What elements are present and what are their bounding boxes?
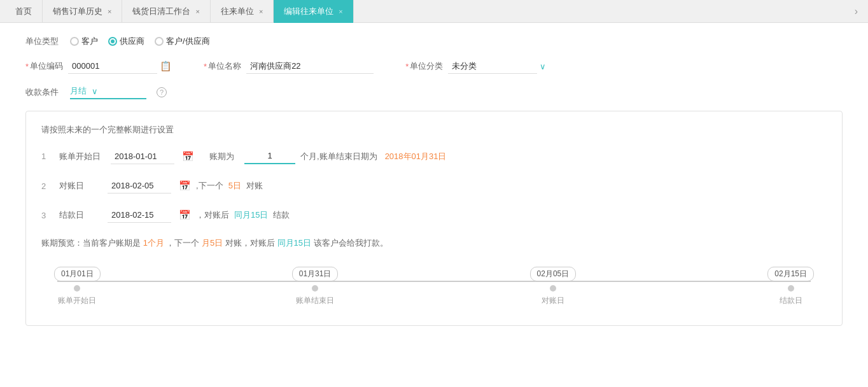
tab-cash-work-label: 钱货日清工作台 <box>132 6 190 17</box>
tab-partner-unit-label: 往来单位 <box>221 6 254 17</box>
tab-home[interactable]: 首页 <box>5 0 43 23</box>
timeline-date-4: 02月15日 <box>767 267 814 281</box>
row-3-calendar-icon[interactable]: 📅 <box>179 209 191 221</box>
unit-name-group: * 单位名称 <box>204 59 374 74</box>
row-1-label: 账单开始日 <box>59 151 101 162</box>
row-2-desc-prefix: ,下一个 <box>196 180 223 192</box>
close-sales-history-icon[interactable]: × <box>108 8 111 15</box>
payment-dropdown-icon[interactable]: ∨ <box>92 87 98 96</box>
payment-select[interactable]: 月结 ∨ <box>70 85 146 99</box>
row-1-period-label: 账期为 <box>209 151 234 162</box>
radio-supplier-label: 供应商 <box>120 36 144 47</box>
timeline-node-1: 01月01日 账单开始日 <box>54 267 101 306</box>
unit-code-input[interactable] <box>68 59 157 74</box>
row-3-num: 3 <box>41 211 54 220</box>
unit-name-input[interactable] <box>246 59 374 74</box>
row-3-label: 结款日 <box>59 209 97 221</box>
preview-row: 账期预览：当前客户账期是 1个月 ，下一个 月5日 对账，对账后 同月15日 该… <box>41 237 827 250</box>
timeline-node-3: 02月05日 对账日 <box>530 267 577 306</box>
radio-customer-circle <box>70 37 79 46</box>
unit-category-star: * <box>405 62 409 71</box>
close-edit-partner-icon[interactable]: × <box>339 8 342 15</box>
tab-partner-unit[interactable]: 往来单位 × <box>211 0 274 23</box>
row-2-desc-orange: 5日 <box>228 180 241 192</box>
preview-suffix: 该客户会给我打款。 <box>314 238 388 248</box>
tab-edit-partner[interactable]: 编辑往来单位 × <box>274 0 353 23</box>
timeline-date-3: 02月05日 <box>530 267 577 281</box>
settings-row-2: 2 对账日 📅 ,下一个 5日 对账 <box>41 178 827 194</box>
timeline-dot-2 <box>312 285 318 292</box>
unit-type-label: 单位类型 <box>25 36 59 47</box>
radio-customer-supplier-circle <box>155 37 164 46</box>
radio-customer[interactable]: 客户 <box>70 36 98 47</box>
timeline-node-2: 01月31日 账单结束日 <box>292 267 339 306</box>
tab-cash-work[interactable]: 钱货日清工作台 × <box>122 0 210 23</box>
row-3-desc-prefix: ，对账后 <box>196 209 229 221</box>
tab-sales-history[interactable]: 销售订单历史 × <box>43 0 122 23</box>
payment-row: 收款条件 月结 ∨ ? <box>25 85 843 99</box>
unit-category-dropdown-icon[interactable]: ∨ <box>540 62 546 71</box>
unit-name-label: 单位名称 <box>208 60 241 72</box>
preview-orange1: 1个月 <box>143 238 164 248</box>
close-partner-unit-icon[interactable]: × <box>259 8 263 15</box>
radio-customer-supplier[interactable]: 客户/供应商 <box>155 36 210 47</box>
unit-code-star: * <box>25 62 29 71</box>
payment-value: 月结 <box>70 85 87 97</box>
unit-category-label: 单位分类 <box>410 60 443 72</box>
unit-code-copy-icon[interactable]: 📋 <box>160 60 172 72</box>
payment-help-icon[interactable]: ? <box>157 87 167 97</box>
row-3-date-input[interactable] <box>108 208 171 223</box>
radio-group: 客户 供应商 客户/供应商 <box>70 36 210 47</box>
settings-row-1: 1 账单开始日 📅 账期为 个月,账单结束日期为 2018年01月31日 <box>41 148 827 164</box>
radio-customer-label: 客户 <box>81 36 98 47</box>
settings-title: 请按照未来的一个完整帐期进行设置 <box>41 124 827 136</box>
timeline-dot-4 <box>788 285 794 292</box>
row-1-period-unit: 个月,账单结束日期为 <box>300 151 377 162</box>
tab-edit-partner-label: 编辑往来单位 <box>284 6 333 17</box>
preview-middle1: ，下一个 <box>166 238 199 248</box>
row-1-period-end: 2018年01月31日 <box>385 151 447 162</box>
row-2-desc-suffix: 对账 <box>246 180 263 192</box>
radio-supplier-circle <box>108 37 117 46</box>
timeline-node-4: 02月15日 结款日 <box>767 267 814 306</box>
settings-box: 请按照未来的一个完整帐期进行设置 1 账单开始日 📅 账期为 个月,账单结束日期… <box>25 111 843 326</box>
timeline-dot-3 <box>550 285 556 292</box>
preview-middle2: 对账，对账后 <box>225 238 275 248</box>
timeline-date-2: 01月31日 <box>292 267 339 281</box>
tab-sales-history-label: 销售订单历史 <box>53 6 102 17</box>
preview-prefix: 账期预览：当前客户账期是 <box>41 238 141 248</box>
timeline-label-4: 结款日 <box>780 295 802 306</box>
timeline-dot-1 <box>74 285 80 292</box>
tab-bar: 首页 销售订单历史 × 钱货日清工作台 × 往来单位 × 编辑往来单位 × › <box>0 0 868 23</box>
row-1-period-input[interactable] <box>244 148 295 164</box>
tab-expand-icon[interactable]: › <box>850 6 863 17</box>
tab-home-label: 首页 <box>15 6 32 17</box>
radio-supplier[interactable]: 供应商 <box>108 36 144 47</box>
unit-category-input[interactable] <box>448 59 537 74</box>
unit-info-row: * 单位编码 📋 * 单位名称 * 单位分类 ∨ <box>25 59 843 74</box>
timeline-label-3: 对账日 <box>542 295 564 306</box>
unit-type-row: 单位类型 客户 供应商 客户/供应商 <box>25 36 843 47</box>
timeline-container: 01月01日 账单开始日 01月31日 账单结束日 02月05日 <box>41 260 827 313</box>
unit-name-star: * <box>204 62 207 71</box>
close-cash-work-icon[interactable]: × <box>195 8 199 15</box>
row-2-num: 2 <box>41 181 54 191</box>
row-2-calendar-icon[interactable]: 📅 <box>179 180 191 192</box>
preview-orange2: 月5日 <box>202 238 223 248</box>
main-content: 单位类型 客户 供应商 客户/供应商 * 单位编码 📋 * 单位名称 <box>0 23 868 387</box>
settings-row-3: 3 结款日 📅 ，对账后 同月15日 结款 <box>41 208 827 223</box>
unit-code-group: * 单位编码 📋 <box>25 59 172 74</box>
timeline-label-1: 账单开始日 <box>58 295 96 306</box>
row-2-label: 对账日 <box>59 180 97 192</box>
payment-label: 收款条件 <box>25 87 59 98</box>
row-1-date-input[interactable] <box>111 149 174 164</box>
row-1-num: 1 <box>41 151 54 161</box>
radio-customer-supplier-label: 客户/供应商 <box>166 36 210 47</box>
row-2-date-input[interactable] <box>108 178 171 194</box>
timeline-label-2: 账单结束日 <box>296 295 334 306</box>
preview-teal: 同月15日 <box>277 238 311 248</box>
row-3-desc-suffix: 结款 <box>273 209 290 221</box>
row-1-calendar-icon[interactable]: 📅 <box>182 151 194 162</box>
unit-code-label: 单位编码 <box>30 60 63 72</box>
timeline-date-1: 01月01日 <box>54 267 101 281</box>
